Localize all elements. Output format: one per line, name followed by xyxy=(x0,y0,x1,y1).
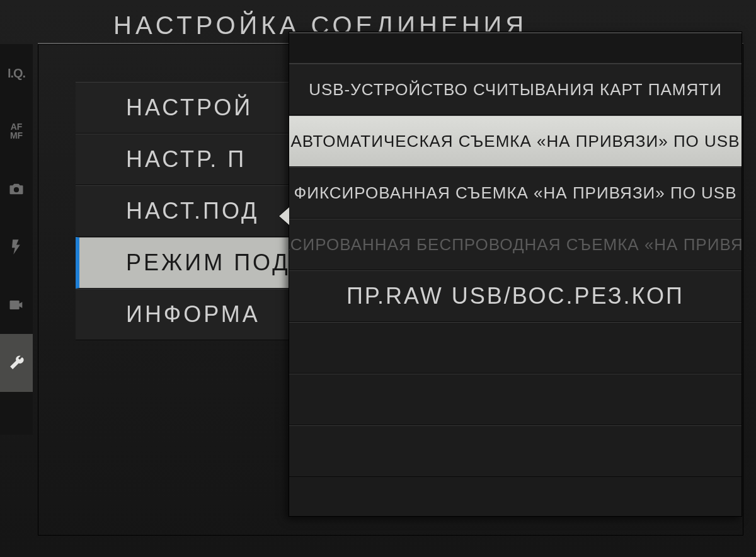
submenu-item-4[interactable]: ПР.RAW USB/ВОС.РЕЗ.КОП xyxy=(289,270,742,322)
camera-menu-screen: НАСТРОЙКА СОЕДИНЕНИЯ I.Q. AF MF xyxy=(0,0,756,557)
back-arrow-icon[interactable] xyxy=(279,207,289,225)
rail-item-camera[interactable] xyxy=(0,160,33,218)
menu-item-label: РЕЖИМ ПОД xyxy=(126,250,290,276)
submenu-item-1[interactable]: АВТОМАТИЧЕСКАЯ СЪЕМКА «НА ПРИВЯЗИ» ПО US… xyxy=(289,115,742,167)
iq-icon: I.Q. xyxy=(8,66,25,81)
submenu-item-empty-1 xyxy=(289,374,742,425)
submenu-item-label: ПР.RAW USB/ВОС.РЕЗ.КОП xyxy=(346,283,684,309)
camera-icon xyxy=(8,180,25,198)
menu-item-label: ИНФОРМА xyxy=(126,301,260,328)
af-label: AF xyxy=(10,122,23,131)
submenu-item-0[interactable]: USB-УСТРОЙСТВО СЧИТЫВАНИЯ КАРТ ПАМЯТИ xyxy=(289,64,742,115)
submenu-item-label: ФИКСИРОВАННАЯ СЪЕМКА «НА ПРИВЯЗИ» ПО USB xyxy=(294,183,736,203)
rail-item-afmf[interactable]: AF MF xyxy=(0,102,33,160)
menu-item-label: НАСТ.ПОД xyxy=(126,198,260,224)
submenu-item-empty-0 xyxy=(289,322,742,374)
submenu-item-2[interactable]: ФИКСИРОВАННАЯ СЪЕМКА «НА ПРИВЯЗИ» ПО USB xyxy=(289,167,742,219)
rail-item-video[interactable] xyxy=(0,276,33,334)
panel-header-gap xyxy=(289,33,742,64)
video-icon xyxy=(8,296,25,314)
submenu-panel: USB-УСТРОЙСТВО СЧИТЫВАНИЯ КАРТ ПАМЯТИ АВ… xyxy=(289,32,742,517)
rail-item-flash[interactable] xyxy=(0,218,33,276)
icon-rail: I.Q. AF MF xyxy=(0,44,33,435)
menu-item-label: НАСТРОЙ xyxy=(126,95,253,121)
menu-item-label: НАСТР. П xyxy=(126,146,246,173)
submenu-items: USB-УСТРОЙСТВО СЧИТЫВАНИЯ КАРТ ПАМЯТИ АВ… xyxy=(289,64,742,477)
rail-item-iq[interactable]: I.Q. xyxy=(0,44,33,102)
wrench-icon xyxy=(8,354,25,372)
flash-icon xyxy=(8,238,25,256)
submenu-item-label: USB-УСТРОЙСТВО СЧИТЫВАНИЯ КАРТ ПАМЯТИ xyxy=(309,80,722,100)
submenu-item-empty-2 xyxy=(289,425,742,477)
mf-label: MF xyxy=(10,131,23,140)
afmf-icon: AF MF xyxy=(10,122,23,140)
submenu-item-3: ФИКСИРОВАННАЯ БЕСПРОВОДНАЯ СЪЕМКА «НА ПР… xyxy=(289,219,742,270)
rail-item-setup[interactable] xyxy=(0,334,33,392)
submenu-item-label: ФИКСИРОВАННАЯ БЕСПРОВОДНАЯ СЪЕМКА «НА ПР… xyxy=(289,235,742,255)
submenu-item-label: АВТОМАТИЧЕСКАЯ СЪЕМКА «НА ПРИВЯЗИ» ПО US… xyxy=(291,132,740,151)
